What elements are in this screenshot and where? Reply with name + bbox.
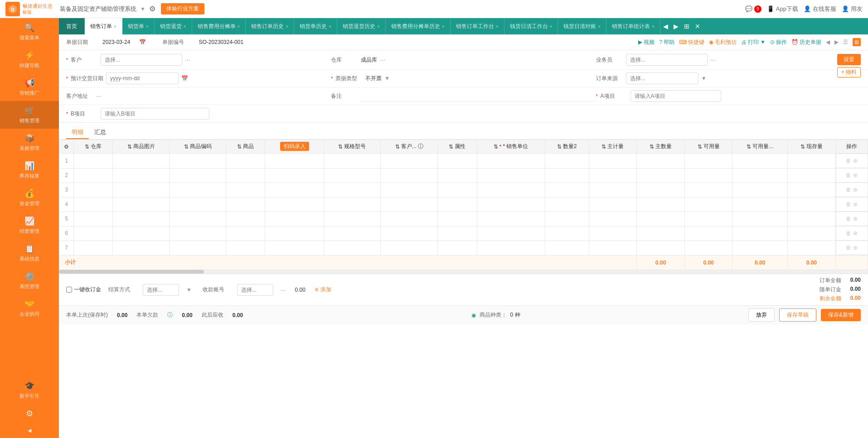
row-actions[interactable]: 🗑 ⊕	[836, 183, 868, 197]
copy-row-icon[interactable]: ⊕	[853, 245, 858, 251]
account-input[interactable]	[237, 284, 273, 296]
delete-row-icon[interactable]: 🗑	[846, 230, 851, 236]
row-qty2[interactable]	[545, 168, 589, 183]
staff-dots-btn[interactable]: ···	[710, 56, 716, 63]
sidebar-item-base-info[interactable]: 📋 基础信息	[0, 239, 59, 267]
date-picker-icon[interactable]: 📅	[181, 75, 188, 82]
tab-close-sales-refund-history[interactable]: ×	[377, 24, 380, 29]
row-spec[interactable]	[324, 212, 381, 226]
tab-sales-order-workspace[interactable]: 销售订单工作台 ×	[451, 18, 504, 34]
row-main-qty[interactable]	[637, 241, 685, 255]
form-settings-btn[interactable]: 设置	[837, 54, 861, 65]
list-view-icon[interactable]: ☰	[843, 39, 848, 45]
row-qty2[interactable]	[545, 212, 589, 226]
row-customer-code[interactable]	[380, 183, 437, 197]
row-available[interactable]	[684, 226, 732, 241]
grid-view-icon[interactable]: ⊞	[853, 38, 861, 46]
row-warehouse[interactable]	[74, 197, 113, 212]
tab-close-sales-return[interactable]: ×	[146, 24, 149, 29]
tab-close-sales-order-workspace[interactable]: ×	[496, 24, 499, 29]
tab-close-sales-order[interactable]: ×	[114, 24, 116, 29]
row-spec[interactable]	[324, 183, 381, 197]
row-product-image[interactable]	[113, 197, 170, 212]
nav-prev-icon[interactable]: ◀	[826, 39, 830, 45]
sidebar-item-system[interactable]: ⚙️ 系统管理	[0, 267, 59, 294]
row-stock[interactable]	[788, 183, 836, 197]
row-available[interactable]	[684, 241, 732, 255]
row-product-image[interactable]	[113, 241, 170, 255]
delete-row-icon[interactable]: 🗑	[846, 187, 851, 193]
info-icon2[interactable]: ⓘ	[167, 311, 173, 319]
sidebar-item-enterprise[interactable]: 🤝 企业协同	[0, 294, 59, 322]
row-stock[interactable]	[788, 197, 836, 212]
info-icon[interactable]: ⓘ	[418, 143, 423, 150]
row-product[interactable]	[226, 183, 265, 197]
online-support[interactable]: 👤 在线客服	[804, 5, 836, 13]
row-actions[interactable]: 🗑 ⊕	[836, 226, 868, 241]
row-stock[interactable]	[788, 241, 836, 255]
sidebar-item-quick-nav[interactable]: ⚡ 快捷导航	[0, 46, 59, 73]
row-available2[interactable]	[732, 241, 788, 255]
row-spec[interactable]	[324, 154, 381, 168]
row-main-unit[interactable]	[589, 154, 637, 168]
col-scan-header[interactable]: 扫码录入	[265, 140, 324, 154]
sidebar-item-search[interactable]: 🔍 搜索菜单	[0, 18, 59, 46]
row-available2[interactable]	[732, 197, 788, 212]
row-product-image[interactable]	[113, 154, 170, 168]
row-available2[interactable]	[732, 212, 788, 226]
row-available2[interactable]	[732, 168, 788, 183]
row-product-code[interactable]	[170, 226, 226, 241]
delivery-date-input[interactable]	[106, 72, 179, 84]
sidebar-item-marketing[interactable]: 📢 营销推广	[0, 73, 59, 101]
row-qty2[interactable]	[545, 154, 589, 168]
tab-close-all-btn[interactable]: ✕	[692, 23, 703, 30]
staff-input[interactable]	[626, 54, 708, 66]
product-kinds-icon[interactable]: ◉	[471, 312, 476, 318]
a-project-input[interactable]	[630, 90, 721, 102]
tab-more-btn[interactable]: ⊞	[681, 23, 692, 30]
row-main-qty[interactable]	[637, 183, 685, 197]
row-product[interactable]	[226, 226, 265, 241]
row-warehouse[interactable]	[74, 154, 113, 168]
row-product-image[interactable]	[113, 168, 170, 183]
row-sales-unit[interactable]	[477, 212, 545, 226]
row-customer-code[interactable]	[380, 168, 437, 183]
row-sales-unit[interactable]	[477, 197, 545, 212]
row-product-code[interactable]	[170, 212, 226, 226]
copy-row-icon[interactable]: ⊕	[853, 187, 858, 193]
nav-next-icon[interactable]: ▶	[834, 39, 839, 45]
row-product[interactable]	[226, 241, 265, 255]
row-sales-unit[interactable]	[477, 154, 545, 168]
row-scan[interactable]	[265, 226, 324, 241]
row-main-qty[interactable]	[637, 226, 685, 241]
row-actions[interactable]: 🗑 ⊕	[836, 168, 868, 183]
tab-close-sales-expense-split-history[interactable]: ×	[442, 24, 445, 29]
sidebar-collapse-btn[interactable]: ◀	[0, 423, 59, 438]
row-qty2[interactable]	[545, 226, 589, 241]
row-spec[interactable]	[324, 197, 381, 212]
tab-home[interactable]: 首页	[59, 18, 85, 34]
row-main-unit[interactable]	[589, 212, 637, 226]
row-sales-unit[interactable]	[477, 226, 545, 241]
help-link[interactable]: ? 帮助	[659, 39, 674, 46]
row-scan[interactable]	[265, 197, 324, 212]
row-main-qty[interactable]	[637, 154, 685, 168]
row-main-unit[interactable]	[589, 168, 637, 183]
row-scan[interactable]	[265, 183, 324, 197]
row-scan[interactable]	[265, 241, 324, 255]
row-main-unit[interactable]	[589, 241, 637, 255]
trial-btn[interactable]: 体验行业方案	[161, 3, 204, 14]
operation-link[interactable]: ⊙ 操作	[770, 39, 787, 46]
copy-row-icon[interactable]: ⊕	[853, 201, 858, 207]
add-row-btn[interactable]: + 物料	[837, 67, 861, 77]
calendar-icon[interactable]: 📅	[139, 39, 146, 45]
row-qty2[interactable]	[545, 197, 589, 212]
row-spec[interactable]	[324, 168, 381, 183]
sidebar-item-inventory[interactable]: 📊 库存核算	[0, 156, 59, 184]
customer-input[interactable]	[101, 54, 182, 66]
row-actions[interactable]: 🗑 ⊕	[836, 154, 868, 168]
row-available2[interactable]	[732, 183, 788, 197]
row-main-qty[interactable]	[637, 197, 685, 212]
row-attribute[interactable]	[438, 154, 477, 168]
account-dots-btn[interactable]: ···	[281, 286, 286, 294]
